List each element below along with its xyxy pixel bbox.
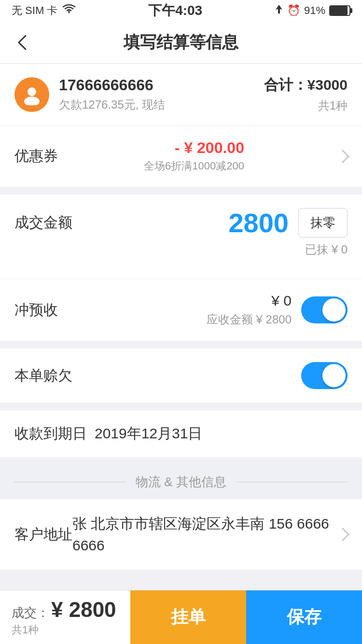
due-date-card: 收款到期日 2019年12月31日 [0, 410, 362, 457]
deal-row: 成交金额 2800 抹零 [14, 208, 348, 238]
deal-amount: 2800 [228, 210, 289, 237]
svg-rect-1 [278, 9, 280, 14]
precollect-toggle[interactable] [301, 296, 348, 323]
own-debt-toggle[interactable] [301, 362, 348, 389]
coupon-desc: 全场6折满1000减200 [144, 159, 244, 173]
divider-line-left [14, 482, 126, 482]
status-right: ⏰ 91% [275, 4, 350, 17]
bottom-summary: 成交： ¥ 2800 共1种 [0, 598, 130, 637]
precollect-label: 冲预收 [14, 300, 58, 320]
location-icon [275, 4, 283, 17]
due-date-label: 收款到期日 [14, 424, 87, 444]
customer-phone: 17666666666 [59, 76, 264, 94]
round-off-button[interactable]: 抹零 [298, 208, 348, 238]
address-label: 客户地址 [14, 525, 72, 545]
precollect-row: 冲预收 ¥ 0 应收金额 ¥ 2800 [14, 293, 348, 327]
coupon-amount: - ¥ 200.00 [144, 139, 244, 157]
status-time: 下午4:03 [148, 1, 202, 20]
alarm-icon: ⏰ [287, 4, 300, 17]
deal-sub: 已抹 ¥ 0 [305, 243, 348, 256]
page-title: 填写结算等信息 [124, 31, 238, 54]
save-button[interactable]: 保存 [246, 590, 362, 644]
sim-text: 无 SIM 卡 [12, 3, 57, 18]
address-chevron-icon [336, 528, 349, 541]
own-debt-label: 本单赊欠 [14, 366, 72, 386]
customer-info: 17666666666 欠款1276.35元, 现结 [59, 76, 264, 112]
back-button[interactable] [12, 32, 33, 53]
deal-section: 成交金额 2800 抹零 已抹 ¥ 0 [0, 195, 362, 271]
address-value: 张 北京市市辖区海淀区永丰南 156 6666 6666 [72, 513, 332, 556]
battery-icon [329, 5, 350, 16]
divider-line-right [236, 482, 348, 482]
address-card[interactable]: 客户地址 张 北京市市辖区海淀区永丰南 156 6666 6666 [0, 499, 362, 570]
logistics-label: 物流 & 其他信息 [126, 474, 236, 490]
customer-row: 17666666666 欠款1276.35元, 现结 合计：¥3000 共1种 [0, 64, 362, 125]
battery-pct: 91% [304, 4, 325, 17]
bottom-deal-amount: ¥ 2800 [51, 598, 116, 622]
customer-debt: 欠款1276.35元, 现结 [59, 97, 264, 112]
total-amount: 合计：¥3000 [264, 75, 348, 95]
precollect-amount-group: ¥ 0 应收金额 ¥ 2800 [207, 293, 292, 327]
hang-button[interactable]: 挂单 [130, 590, 246, 644]
svg-point-2 [28, 87, 36, 96]
status-bar: 无 SIM 卡 下午4:03 ⏰ 91% [0, 0, 362, 21]
content-area: 17666666666 欠款1276.35元, 现结 合计：¥3000 共1种 … [0, 64, 362, 644]
own-debt-toggle-knob [322, 364, 346, 387]
due-date-value: 2019年12月31日 [95, 424, 202, 444]
precollect-amount: ¥ 0 [207, 293, 292, 309]
svg-point-3 [24, 97, 40, 105]
customer-total: 合计：¥3000 共1种 [264, 75, 348, 113]
bottom-deal-label: 成交： [12, 604, 49, 621]
coupon-row[interactable]: 优惠券 - ¥ 200.00 全场6折满1000减200 [0, 125, 362, 187]
bottom-deal-count: 共1种 [12, 623, 119, 637]
precollect-section: 冲预收 ¥ 0 应收金额 ¥ 2800 [0, 279, 362, 341]
avatar [14, 77, 49, 112]
wifi-icon [62, 4, 76, 17]
deal-right: 2800 抹零 [228, 208, 348, 238]
bottom-deal-row: 成交： ¥ 2800 [12, 598, 119, 622]
deal-label: 成交金额 [14, 213, 72, 233]
deal-card: 成交金额 2800 抹零 已抹 ¥ 0 冲预收 ¥ 0 应收金额 ¥ 2800 [0, 195, 362, 341]
logistics-divider: 物流 & 其他信息 [0, 465, 362, 499]
coupon-chevron-icon [336, 149, 349, 163]
precollect-receivable: 应收金额 ¥ 2800 [207, 312, 292, 327]
coupon-label: 优惠券 [14, 146, 58, 166]
toggle-knob [322, 298, 346, 322]
customer-card: 17666666666 欠款1276.35元, 现结 合计：¥3000 共1种 … [0, 64, 362, 187]
own-debt-card: 本单赊欠 [0, 349, 362, 403]
nav-bar: 填写结算等信息 [0, 21, 362, 64]
precollect-right: ¥ 0 应收金额 ¥ 2800 [207, 293, 348, 327]
status-left: 无 SIM 卡 [12, 3, 76, 18]
total-count: 共1种 [264, 98, 348, 113]
bottom-bar: 成交： ¥ 2800 共1种 挂单 保存 [0, 590, 362, 644]
